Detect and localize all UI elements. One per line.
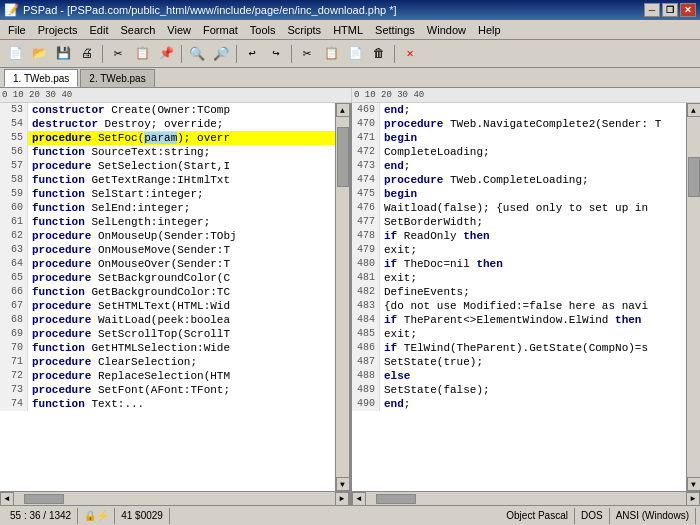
tab-1[interactable]: 1. TWeb.pas [4, 69, 78, 87]
menu-help[interactable]: Help [472, 22, 507, 38]
table-row: 63 procedure OnMouseMove(Sender:T [0, 243, 335, 257]
table-row: 54 destructor Destroy; override; [0, 117, 335, 131]
menu-window[interactable]: Window [421, 22, 472, 38]
status-encoding-icon: ⚡ [96, 510, 108, 521]
cut-button[interactable]: ✂ [107, 43, 129, 65]
find-replace-button[interactable]: 🔎 [210, 43, 232, 65]
status-language: Object Pascal [500, 508, 575, 524]
right-h-scroll[interactable]: ◄ ► [352, 491, 700, 505]
table-row: 55 procedure SetFoc(param); overr [0, 131, 335, 145]
open-button[interactable]: 📂 [28, 43, 50, 65]
left-scroll-down[interactable]: ▼ [336, 477, 350, 491]
tb-cut2[interactable]: ✂ [296, 43, 318, 65]
table-row: 57 procedure SetSelection(Start,I [0, 159, 335, 173]
tb-paste2[interactable]: 📄 [344, 43, 366, 65]
menu-search[interactable]: Search [114, 22, 161, 38]
table-row: 472 CompleteLoading; [352, 145, 686, 159]
line-content: procedure SetScrollTop(ScrollT [28, 327, 335, 341]
menu-settings[interactable]: Settings [369, 22, 421, 38]
left-h-scroll-left[interactable]: ◄ [0, 492, 14, 506]
left-scrollbar-v[interactable]: ▲ ▼ [335, 103, 349, 491]
line-number: 488 [352, 369, 380, 383]
table-row: 474procedure TWeb.CompleteLoading; [352, 173, 686, 187]
restore-button[interactable]: ❐ [662, 3, 678, 17]
status-encoding: ANSI (Windows) [610, 508, 696, 524]
redo-button[interactable]: ↪ [265, 43, 287, 65]
tb-copy2[interactable]: 📋 [320, 43, 342, 65]
line-number: 68 [0, 313, 28, 327]
status-position-text: 55 : 36 / 1342 [10, 510, 71, 521]
menu-html[interactable]: HTML [327, 22, 369, 38]
status-position: 55 : 36 / 1342 [4, 508, 78, 524]
left-scroll-thumb[interactable] [337, 127, 349, 187]
new-button[interactable]: 📄 [4, 43, 26, 65]
line-content: procedure TWeb.NavigateComplete2(Sender:… [380, 117, 686, 131]
left-h-scroll[interactable]: ◄ ► [0, 491, 349, 505]
menu-edit[interactable]: Edit [83, 22, 114, 38]
menu-file[interactable]: File [2, 22, 32, 38]
right-h-scroll-right[interactable]: ► [686, 492, 700, 506]
ruler-left-text: 0 10 20 30 40 [2, 90, 72, 100]
line-content: function SourceText:string; [28, 145, 335, 159]
table-row: 73 procedure SetFont(AFont:TFont; [0, 383, 335, 397]
tb-delete[interactable]: 🗑 [368, 43, 390, 65]
line-content: function GetHTMLSelection:Wide [28, 341, 335, 355]
title-bar-controls: ─ ❐ ✕ [644, 3, 696, 17]
table-row: 471begin [352, 131, 686, 145]
table-row: 69 procedure SetScrollTop(ScrollT [0, 327, 335, 341]
paste-button[interactable]: 📌 [155, 43, 177, 65]
menu-tools[interactable]: Tools [244, 22, 282, 38]
right-scroll-up[interactable]: ▲ [687, 103, 701, 117]
left-h-scroll-right[interactable]: ► [335, 492, 349, 506]
menu-projects[interactable]: Projects [32, 22, 84, 38]
status-file-type: DOS [575, 508, 610, 524]
line-number: 65 [0, 271, 28, 285]
left-code-area[interactable]: 53 constructor Create(Owner:TComp54 dest… [0, 103, 335, 491]
table-row: 473end; [352, 159, 686, 173]
line-content: procedure SetFont(AFont:TFont; [28, 383, 335, 397]
close-button[interactable]: ✕ [680, 3, 696, 17]
sep-1 [102, 45, 103, 63]
right-h-scroll-thumb[interactable] [376, 494, 416, 504]
right-scrollbar-v[interactable]: ▲ ▼ [686, 103, 700, 491]
tab-1-label: 1. TWeb.pas [13, 73, 69, 84]
line-content: function Text:... [28, 397, 335, 411]
sep-5 [394, 45, 395, 63]
line-content: function GetBackgroundColor:TC [28, 285, 335, 299]
line-content: procedure TWeb.CompleteLoading; [380, 173, 686, 187]
tab-2[interactable]: 2. TWeb.pas [80, 69, 154, 87]
left-h-scroll-track [14, 492, 335, 506]
right-h-scroll-left[interactable]: ◄ [352, 492, 366, 506]
line-content: procedure WaitLoad(peek:boolea [28, 313, 335, 327]
menu-scripts[interactable]: Scripts [282, 22, 328, 38]
status-icon-cell: 🔒 ⚡ [78, 508, 115, 524]
table-row: 66 function GetBackgroundColor:TC [0, 285, 335, 299]
copy-button[interactable]: 📋 [131, 43, 153, 65]
right-scroll-thumb[interactable] [688, 157, 700, 197]
menu-format[interactable]: Format [197, 22, 244, 38]
line-content: exit; [380, 327, 686, 341]
find-button[interactable]: 🔍 [186, 43, 208, 65]
table-row: 62 procedure OnMouseUp(Sender:TObj [0, 229, 335, 243]
line-number: 470 [352, 117, 380, 131]
line-content: function SelLength:integer; [28, 215, 335, 229]
left-h-scroll-thumb[interactable] [24, 494, 64, 504]
close-file-button[interactable]: ✕ [399, 43, 421, 65]
line-content: destructor Destroy; override; [28, 117, 335, 131]
table-row: 71 procedure ClearSelection; [0, 355, 335, 369]
line-number: 486 [352, 341, 380, 355]
line-content: {do not use Modified:=false here as navi [380, 299, 686, 313]
left-scroll-up[interactable]: ▲ [336, 103, 350, 117]
print-button[interactable]: 🖨 [76, 43, 98, 65]
undo-button[interactable]: ↩ [241, 43, 263, 65]
right-code-area[interactable]: 469end;470procedure TWeb.NavigateComplet… [352, 103, 686, 491]
status-bar: 55 : 36 / 1342 🔒 ⚡ 41 $0029 Object Pasca… [0, 505, 700, 525]
right-scroll-down[interactable]: ▼ [687, 477, 701, 491]
title-bar-left: 📝 PSPad - [PSPad.com/public_html/www/inc… [4, 3, 397, 17]
save-button[interactable]: 💾 [52, 43, 74, 65]
right-pane-wrapper: 469end;470procedure TWeb.NavigateComplet… [352, 103, 700, 491]
line-number: 74 [0, 397, 28, 411]
table-row: 70 function GetHTMLSelection:Wide [0, 341, 335, 355]
menu-view[interactable]: View [161, 22, 197, 38]
minimize-button[interactable]: ─ [644, 3, 660, 17]
